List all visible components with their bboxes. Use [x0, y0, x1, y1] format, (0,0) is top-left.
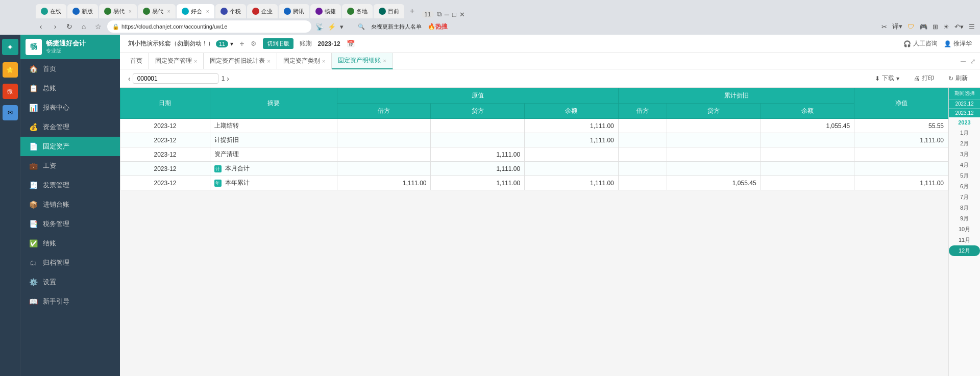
refresh-icon: ↻	[948, 75, 953, 82]
game-icon[interactable]: 🎮	[919, 23, 927, 31]
tab-close-fixed-mgmt[interactable]: ×	[194, 58, 197, 64]
minimize-icon[interactable]: ─	[445, 11, 449, 18]
period-month-3[interactable]: 3月	[949, 149, 980, 160]
sidebar-item-home[interactable]: 🏠 首页	[20, 59, 120, 79]
browser-tab-changjie[interactable]: 畅捷	[310, 4, 341, 18]
page-tabs: 首页 固定资产管理 × 固定资产折旧统计表 × 固定资产类别 × 固定资产明细账…	[120, 53, 980, 69]
next-account-button[interactable]: ›	[227, 74, 229, 83]
sidebar-item-guide[interactable]: 📖 新手引导	[20, 292, 120, 311]
browser-tab-yidai1[interactable]: 易代 ×	[99, 4, 137, 18]
expand-panel-icon[interactable]: ⤢	[970, 57, 976, 65]
refresh-button[interactable]: ↻ 刷新	[944, 72, 972, 84]
history-icon[interactable]: ↶▾	[954, 23, 964, 31]
home-button[interactable]: ⌂	[79, 21, 89, 32]
browser-tab-yidai2[interactable]: 易代 ×	[138, 4, 176, 18]
tab-fixed-asset-cat[interactable]: 固定资产类别 ×	[277, 53, 332, 69]
period-calendar-icon[interactable]: 📅	[347, 40, 355, 47]
period-month-2[interactable]: 2月	[949, 138, 980, 149]
address-input[interactable]: 🔒 https://cloud.chanjet.com/accounting/u…	[107, 20, 311, 33]
period-month-5[interactable]: 5月	[949, 170, 980, 181]
account-selector[interactable]: 刘小艳演示账套（勿删勿动！） 11 ▾	[128, 39, 233, 48]
menu-icon[interactable]: ☰	[969, 23, 975, 31]
sidebar-item-archive[interactable]: 🗂 归档管理	[20, 253, 120, 272]
back-button[interactable]: ‹	[36, 21, 46, 32]
browser-tab-tengxun[interactable]: 腾讯	[279, 4, 309, 18]
cast-icon[interactable]: 📡	[315, 23, 324, 31]
browser-tab-gedi[interactable]: 各地	[342, 4, 373, 18]
star-button[interactable]: ⭐	[3, 62, 18, 78]
tab-fixed-asset-mgmt[interactable]: 固定资产管理 ×	[149, 53, 204, 69]
period-month-4[interactable]: 4月	[949, 160, 980, 170]
period-month-12[interactable]: 12月	[949, 245, 980, 256]
scissors-icon[interactable]: ✂	[881, 23, 887, 31]
sidebar-item-salary[interactable]: 💼 工资	[20, 156, 120, 176]
grid-icon[interactable]: ⊞	[933, 23, 938, 31]
close-browser-icon[interactable]: ✕	[459, 11, 465, 18]
period-month-8[interactable]: 8月	[949, 203, 980, 213]
account-settings-icon[interactable]: ⚙	[251, 40, 257, 47]
sidebar-item-fund[interactable]: 💰 资金管理	[20, 117, 120, 137]
service-button[interactable]: 🎧 人工咨询	[903, 39, 938, 48]
account-number-input[interactable]	[133, 73, 218, 84]
settings-icon: ⚙️	[29, 278, 38, 287]
maximize-icon[interactable]: □	[452, 11, 456, 18]
download-dropdown-icon: ▾	[896, 75, 899, 82]
tab-close-fixed-cat[interactable]: ×	[322, 58, 325, 64]
period-month-7[interactable]: 7月	[949, 192, 980, 203]
tab-home[interactable]: 首页	[124, 53, 149, 69]
brightness-icon[interactable]: ☀	[943, 23, 949, 31]
sidebar-item-purchase[interactable]: 📦 进销台账	[20, 195, 120, 214]
tab-close-yidai1[interactable]: ×	[129, 9, 132, 14]
search-bar[interactable]: 🔍 央视更新主持人名单 🔥热搜	[358, 22, 448, 31]
mail-button[interactable]: ✉	[3, 105, 18, 120]
prev-account-button[interactable]: ‹	[128, 74, 131, 83]
print-button[interactable]: 🖨 打印	[910, 72, 938, 84]
period-month-6[interactable]: 6月	[949, 181, 980, 192]
bookmark-button[interactable]: ☆	[93, 21, 103, 32]
weibo-button[interactable]: 微	[3, 84, 18, 99]
minimize-panel-icon[interactable]: ─	[961, 57, 966, 65]
translate-icon[interactable]: 译▾	[892, 22, 902, 31]
period-month-10[interactable]: 10月	[949, 224, 980, 235]
browser-tab-geshui[interactable]: 个税	[215, 4, 246, 18]
tab-fixed-asset-dep[interactable]: 固定资产折旧统计表 ×	[204, 53, 277, 69]
period-month-1[interactable]: 1月	[949, 128, 980, 138]
browser-tab-haokuai[interactable]: 好会 ×	[177, 4, 214, 18]
sidebar-item-checkout[interactable]: ✅ 结账	[20, 234, 120, 253]
row2-net: 1,111.00	[854, 133, 948, 147]
user-profile[interactable]: 👤 徐泽华	[944, 39, 972, 48]
forward-button[interactable]: ›	[50, 21, 60, 32]
browser-tab-muqian[interactable]: 目前	[374, 4, 404, 18]
browser-tab-online[interactable]: 在线	[36, 4, 66, 18]
lightning-icon[interactable]: ⚡	[328, 23, 336, 31]
tab-close-yidai2[interactable]: ×	[167, 9, 170, 14]
period-month-11[interactable]: 11月	[949, 235, 980, 245]
sidebar-item-fixed[interactable]: 📄 固定资产	[20, 137, 120, 156]
restore-window-icon[interactable]: ⧉	[437, 10, 442, 18]
sidebar-label-fixed: 固定资产	[43, 142, 69, 151]
sidebar-item-invoice[interactable]: 🧾 发票管理	[20, 176, 120, 195]
search-icon: 🔍	[358, 23, 365, 30]
account-add-icon[interactable]: +	[239, 39, 244, 48]
row4-orig-debit	[337, 162, 431, 176]
tab-close-fixed-detail[interactable]: ×	[383, 58, 386, 64]
download-button[interactable]: ⬇ 下载 ▾	[871, 72, 903, 84]
new-tab-button[interactable]: +	[405, 4, 420, 18]
dropdown-icon[interactable]: ▾	[340, 23, 344, 31]
tab-close-haokuai[interactable]: ×	[206, 9, 209, 14]
sidebar-item-tax[interactable]: 📑 税务管理	[20, 214, 120, 234]
shield-icon[interactable]: 🛡	[908, 23, 914, 31]
row2-dep-balance	[761, 133, 854, 147]
browser-tab-new[interactable]: 新版	[67, 4, 98, 18]
sidebar-item-report[interactable]: 📊 报表中心	[20, 98, 120, 117]
row2-orig-balance: 1,111.00	[525, 133, 619, 147]
table-row: 2023-12 年 本年累计 1,111.00 1,111.00 1,111.0…	[120, 176, 948, 190]
sidebar-item-settings[interactable]: ⚙️ 设置	[20, 272, 120, 292]
browser-tab-qiye[interactable]: 企业	[247, 4, 278, 18]
switch-version-button[interactable]: 切到旧版	[263, 38, 293, 49]
tab-fixed-asset-detail[interactable]: 固定资产明细账 ×	[332, 53, 393, 69]
reload-button[interactable]: ↻	[64, 21, 75, 32]
period-month-9[interactable]: 9月	[949, 213, 980, 224]
sidebar-item-ledger[interactable]: 📋 总账	[20, 79, 120, 98]
tab-close-fixed-dep[interactable]: ×	[267, 58, 270, 64]
